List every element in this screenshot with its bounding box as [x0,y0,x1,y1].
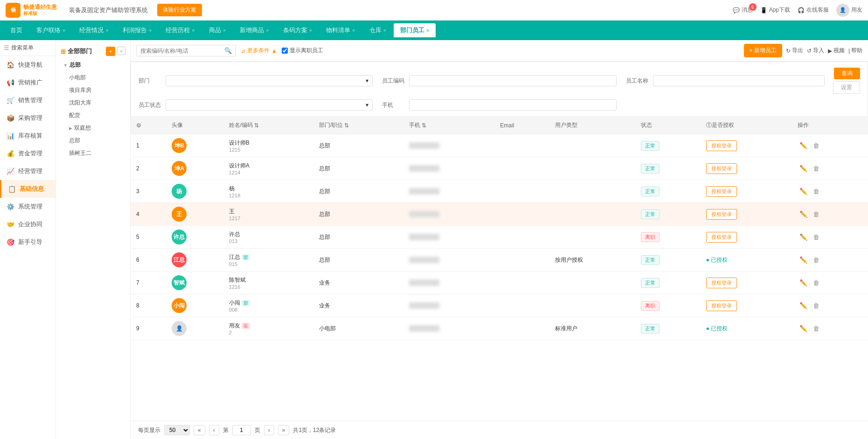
authorize-button[interactable]: 授权登录 [706,186,737,197]
edit-button[interactable]: ✏️ [798,255,809,265]
messages-button[interactable]: 💬 消息 6 [733,6,753,14]
help-button[interactable]: | 帮助 [848,47,862,55]
page-size-select[interactable]: 50 100 [164,425,190,435]
next-page-button[interactable]: › [264,425,274,435]
tab-goods[interactable]: 商品 × [202,23,232,37]
filter-empcode-input[interactable] [409,75,616,86]
close-icon[interactable]: × [62,28,65,33]
col-phone[interactable]: 手机 ⇅ [403,117,494,134]
col-settings[interactable]: ⚙ [131,117,166,134]
filter-empname-input[interactable] [653,75,825,86]
close-icon[interactable]: × [426,28,429,33]
tab-operation-status[interactable]: 经营情况 × [73,23,115,37]
delete-button[interactable]: 🗑 [811,324,821,333]
query-button[interactable]: 查询 [834,68,860,79]
close-icon[interactable]: × [352,28,355,33]
search-icon[interactable]: 🔍 [224,47,232,54]
sidebar-item-operation[interactable]: 📈经营管理 [0,162,56,180]
dept-tree-project-storage[interactable]: 项目库房 [56,84,130,97]
app-download-button[interactable]: 📱 App下载 [760,6,790,14]
tab-customer[interactable]: 客户联络 × [30,23,72,37]
tab-bom[interactable]: 物料清单 × [319,23,361,37]
more-filter-button[interactable]: ⊿ 更多条件 ▲ [241,47,277,55]
video-button[interactable]: ▶ 视频 [828,47,845,55]
sidebar-item-marketing[interactable]: 📢营销推广 [0,74,56,91]
tab-profit[interactable]: 利润报告 × [116,23,158,37]
authorize-button[interactable]: 授权登录 [706,278,737,288]
show-resigned-checkbox-label[interactable]: 显示离职员工 [282,47,323,55]
delete-button[interactable]: 🗑 [811,232,821,242]
sidebar-item-finance[interactable]: 💰资金管理 [0,145,56,162]
online-service-button[interactable]: 🎧 在线客服 [798,6,829,14]
row-phone: 138****0000 [403,249,494,272]
dept-tree-general[interactable]: ▼ 总部 [56,59,130,71]
sidebar-item-basic[interactable]: 📋基础信息 [0,180,56,198]
dept-collapse-button[interactable]: « [117,47,125,55]
sidebar-item-quick-nav[interactable]: 🏠快捷导航 [0,56,56,74]
sidebar-item-guide[interactable]: 🎯新手引导 [0,233,56,251]
user-menu-button[interactable]: 👤 用友 [836,4,862,17]
close-icon[interactable]: × [192,28,194,33]
col-dept[interactable]: 部门/职位 ⇅ [313,117,403,134]
close-icon[interactable]: × [149,28,152,33]
delete-button[interactable]: 🗑 [811,278,821,287]
import-button[interactable]: ↺ 导入 [807,47,824,55]
dept-tree-headquarters[interactable]: 总部 [56,134,130,147]
search-input[interactable] [140,48,224,54]
try-industry-button[interactable]: 体验行业方案 [157,4,202,16]
delete-button[interactable]: 🗑 [811,255,821,265]
tab-history[interactable]: 经营历程 × [159,23,201,37]
tab-warehouse[interactable]: 仓库 × [363,23,393,37]
sidebar-item-sales[interactable]: 🛒销售管理 [0,91,56,109]
tab-add-goods[interactable]: 新增商品 × [233,23,275,37]
authorize-button[interactable]: 授权登录 [706,163,737,174]
dept-tree-shenyang[interactable]: 沈阳大库 [56,97,130,109]
filter-phone-input[interactable] [409,99,616,111]
dept-tree-delivery[interactable]: 配货 [56,109,130,122]
edit-button[interactable]: ✏️ [798,187,809,196]
close-icon[interactable]: × [383,28,386,33]
first-page-button[interactable]: « [194,425,205,435]
tab-home[interactable]: 首页 [4,23,29,37]
dept-tree-small-electronics[interactable]: 小电部 [56,71,130,84]
tab-department[interactable]: 部门员工 × [394,23,436,37]
add-employee-button[interactable]: + 新增员工 [744,44,782,57]
authorize-button[interactable]: 授权登录 [706,232,737,243]
delete-button[interactable]: 🗑 [811,187,821,196]
sidebar-item-system[interactable]: ⚙️系统管理 [0,198,56,216]
dept-add-button[interactable]: + [106,47,115,56]
sidebar-item-purchase[interactable]: 📦采购管理 [0,109,56,127]
delete-button[interactable]: 🗑 [811,209,821,219]
edit-button[interactable]: ✏️ [798,324,809,333]
col-name[interactable]: 姓名/编码 ⇅ [223,117,313,134]
tab-barcode[interactable]: 条码方案 × [277,23,319,37]
edit-button[interactable]: ✏️ [798,278,809,287]
delete-button[interactable]: 🗑 [811,301,821,310]
close-icon[interactable]: × [266,28,269,33]
set-button[interactable]: 设置 [833,81,860,94]
authorize-button[interactable]: 授权登录 [706,300,737,311]
last-page-button[interactable]: » [278,425,290,435]
edit-button[interactable]: ✏️ [798,164,809,173]
authorize-button[interactable]: 授权登录 [706,140,737,151]
authorize-button[interactable]: 授权登录 [706,209,737,220]
edit-button[interactable]: ✏️ [798,209,809,219]
page-number-input[interactable] [232,425,251,435]
edit-button[interactable]: ✏️ [798,301,809,310]
close-icon[interactable]: × [223,28,226,33]
close-icon[interactable]: × [105,28,108,33]
dept-tree-chashuwangyi[interactable]: 插树王二 [56,147,130,160]
dept-tree-shuangting[interactable]: ▶ 双庭想 [56,122,130,134]
close-icon[interactable]: × [309,28,312,33]
sidebar-item-corp[interactable]: 🤝企业协同 [0,216,56,233]
edit-button[interactable]: ✏️ [798,232,809,242]
delete-button[interactable]: 🗑 [811,164,821,173]
edit-button[interactable]: ✏️ [798,141,809,150]
show-resigned-checkbox[interactable] [282,48,288,54]
prev-page-button[interactable]: ‹ [209,425,219,435]
delete-button[interactable]: 🗑 [811,141,821,150]
filter-dept-select[interactable]: ▾ [166,75,373,86]
sidebar-item-inventory[interactable]: 📊库存核算 [0,127,56,145]
filter-status-select[interactable]: ▾ [166,99,373,111]
export-button[interactable]: ↻ 导出 [786,47,803,55]
